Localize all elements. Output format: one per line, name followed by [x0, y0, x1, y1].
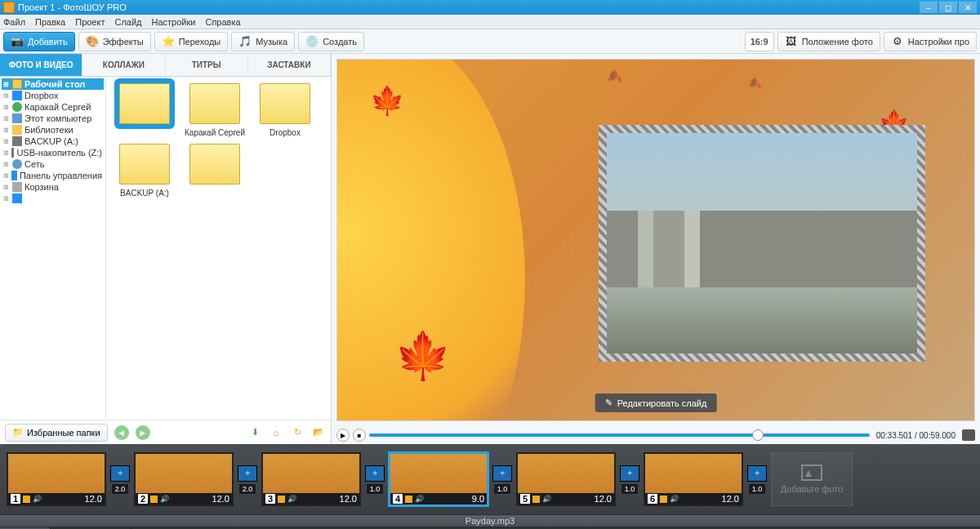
stop-button[interactable]: ■ [353, 429, 366, 442]
transition-slot[interactable]: ✦1.0 [361, 456, 389, 502]
seek-slider[interactable] [369, 433, 870, 437]
folder-icon [12, 136, 22, 146]
open-folder-icon[interactable]: 📂 [311, 425, 326, 440]
speaker-icon[interactable]: 🔊 [160, 495, 169, 503]
transition-slot[interactable]: ✦1.0 [488, 456, 516, 502]
photo-frame[interactable] [599, 125, 925, 362]
snapshot-icon[interactable] [962, 429, 975, 441]
effects-button[interactable]: 🎨Эффекты [78, 32, 151, 51]
disc-icon: 💿 [305, 35, 318, 48]
download-icon[interactable]: ⬇ [247, 425, 262, 440]
edit-icon[interactable] [532, 496, 540, 503]
tab-intros[interactable]: ЗАСТАВКИ [248, 54, 331, 76]
tab-photo-video[interactable]: ФОТО И ВИДЕО [0, 54, 82, 76]
menu-edit[interactable]: Правка [35, 17, 65, 27]
speaker-icon[interactable]: 🔊 [542, 495, 551, 503]
menu-file[interactable]: Файл [3, 17, 25, 27]
edit-icon[interactable] [405, 496, 412, 503]
aspect-ratio[interactable]: 16:9 [745, 32, 774, 51]
timeline-clip[interactable]: 3🔊12.0 [261, 452, 361, 506]
tree-item[interactable]: Библиотеки [2, 124, 104, 136]
speaker-icon[interactable]: 🔊 [287, 495, 296, 503]
home-icon[interactable]: ⌂ [269, 425, 283, 440]
folder-icon: 📁 [12, 427, 24, 438]
menu-help[interactable]: Справка [205, 17, 240, 27]
timeline-clip[interactable]: 2🔊12.0 [134, 452, 234, 506]
tree-item[interactable]: Корзина [2, 181, 104, 193]
tab-titles[interactable]: ТИТРЫ [166, 54, 248, 76]
star-icon: ⭐ [162, 35, 175, 48]
play-button[interactable]: ▶ [336, 429, 350, 442]
folder-thumb[interactable] [183, 144, 247, 198]
photo-position-button[interactable]: 🖼Положение фото [777, 32, 880, 51]
folder-icon [12, 159, 22, 169]
folder-thumb[interactable]: BACKUP (A:) [113, 144, 176, 198]
tree-item[interactable]: Каракай Сергей [2, 101, 104, 113]
tab-collages[interactable]: КОЛЛАЖИ [82, 54, 165, 76]
project-settings-button[interactable]: ⚙Настройки про [884, 32, 977, 51]
favorites-button[interactable]: 📁Избранные папки [5, 424, 108, 442]
tree-item[interactable]: Dropbox [2, 90, 104, 101]
transition-slot[interactable]: ✦2.0 [106, 456, 134, 502]
source-tabs: ФОТО И ВИДЕО КОЛЛАЖИ ТИТРЫ ЗАСТАВКИ [0, 54, 331, 77]
edit-slide-button[interactable]: ✎Редактировать слайд [595, 393, 717, 412]
gear-icon: ⚙ [891, 35, 904, 48]
menu-slide[interactable]: Слайд [114, 17, 141, 27]
tree-item[interactable]: Сеть [2, 158, 104, 170]
folder-icon [11, 148, 14, 158]
refresh-icon[interactable]: ↻ [290, 425, 305, 440]
menu-settings[interactable]: Настройки [152, 17, 196, 27]
edit-icon[interactable] [23, 496, 30, 503]
folder-thumbnails: Каракай СергейDropboxBACKUP (A:) [106, 77, 331, 420]
edit-icon[interactable] [150, 496, 158, 503]
speaker-icon[interactable]: 🔊 [670, 495, 679, 503]
folder-thumb[interactable]: Каракай Сергей [183, 83, 247, 137]
pencil-icon: ✎ [605, 398, 612, 408]
camera-icon: 📷 [11, 35, 24, 48]
tree-item[interactable]: BACKUP (A:) [2, 136, 104, 147]
tree-item[interactable]: Этот компьютер [2, 113, 104, 124]
timeline-clip[interactable]: 6🔊12.0 [644, 452, 743, 506]
create-button[interactable]: 💿Создать [298, 32, 364, 51]
tree-item[interactable]: Панель управления [2, 170, 104, 181]
folder-thumb[interactable] [113, 83, 176, 137]
tree-item[interactable]: Рабочий стол [2, 78, 104, 90]
timeline-clip[interactable]: 5🔊12.0 [516, 452, 616, 506]
edit-icon[interactable] [278, 496, 285, 503]
menu-project[interactable]: Проект [75, 17, 105, 27]
titlebar: Проект 1 - ФотоШОУ PRO – ◻ ✕ [0, 0, 980, 15]
add-button[interactable]: 📷Добавить [3, 32, 75, 51]
timeline: 1🔊12.0✦2.02🔊12.0✦2.03🔊12.0✦1.04🔊9.0✦1.05… [0, 444, 980, 514]
folder-icon [12, 91, 22, 100]
transition-slot[interactable]: ✦1.0 [743, 456, 771, 502]
time-display: 00:33.501 / 00:59.000 [873, 431, 959, 440]
nav-back-icon[interactable]: ◄ [114, 425, 129, 440]
tree-item[interactable]: USB-накопитель (Z:) [2, 147, 104, 158]
folder-icon [12, 113, 22, 123]
app-icon [3, 2, 15, 13]
timeline-clip[interactable]: 1🔊12.0 [7, 452, 106, 506]
folder-icon [12, 182, 22, 192]
transition-slot[interactable]: ✦1.0 [616, 456, 644, 502]
maximize-button[interactable]: ◻ [939, 2, 957, 13]
transition-slot[interactable]: ✦2.0 [234, 456, 261, 502]
toolbar: 📷Добавить 🎨Эффекты ⭐Переходы 🎵Музыка 💿Со… [0, 29, 980, 54]
tree-item[interactable] [2, 193, 104, 204]
timeline-clip[interactable]: 4🔊9.0 [389, 452, 488, 506]
image-placeholder-icon [801, 465, 822, 481]
edit-icon[interactable] [660, 496, 667, 503]
add-photo-slot[interactable]: Добавьте фото [771, 452, 853, 506]
folder-thumb[interactable]: Dropbox [253, 83, 317, 137]
close-button[interactable]: ✕ [959, 2, 977, 13]
palette-icon: 🎨 [86, 35, 99, 48]
audio-track[interactable]: Payday.mp3 [0, 514, 980, 527]
speaker-icon[interactable]: 🔊 [415, 495, 424, 503]
music-button[interactable]: 🎵Музыка [231, 32, 295, 51]
minimize-button[interactable]: – [920, 2, 938, 13]
transitions-button[interactable]: ⭐Переходы [154, 32, 229, 51]
folder-icon [12, 79, 22, 89]
preview-canvas: 🍁 🍁 🍂 🍁 🍂 ✎Редактировать слайд [336, 59, 975, 421]
nav-forward-icon[interactable]: ► [136, 425, 150, 440]
speaker-icon[interactable]: 🔊 [33, 495, 42, 503]
window-title: Проект 1 - ФотоШОУ PRO [18, 2, 127, 12]
